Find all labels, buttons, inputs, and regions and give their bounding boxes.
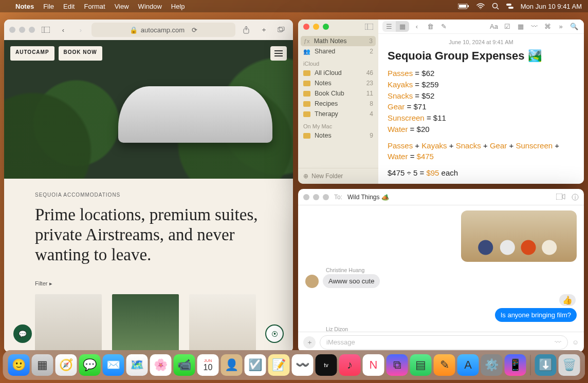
folder-notes[interactable]: Notes23 [298, 78, 378, 88]
dock-maps[interactable]: 🗺️ [126, 354, 148, 376]
compose-input[interactable]: iMessage 〰 [320, 335, 568, 350]
hamburger-menu[interactable] [270, 46, 287, 61]
close-button[interactable] [303, 194, 309, 200]
attach-button[interactable]: ＋ [303, 336, 316, 349]
view-mode-segmented[interactable]: ☰ ▦ [382, 21, 409, 32]
control-center-icon[interactable] [506, 3, 513, 9]
dock-messages[interactable]: 💬 [79, 354, 101, 376]
spotlight-icon[interactable] [492, 3, 499, 10]
dock-news[interactable]: N [363, 354, 384, 376]
dock-photos[interactable]: 🌸 [150, 354, 172, 376]
dock-tv[interactable]: tv [316, 354, 337, 376]
window-controls[interactable] [303, 24, 329, 30]
zoom-button[interactable] [323, 24, 329, 30]
tapback-reaction[interactable]: 👍 [559, 294, 576, 306]
tabs-overview-icon[interactable] [274, 23, 288, 36]
menu-edit[interactable]: Edit [63, 3, 75, 10]
dock-mail[interactable]: ✉️ [103, 354, 124, 376]
minimize-button[interactable] [313, 24, 319, 30]
zoom-button[interactable] [29, 27, 35, 33]
sidebar-toggle-icon[interactable] [365, 24, 373, 30]
message-bubble-out[interactable]: Is anyone bringing film? [495, 308, 577, 322]
zoom-button[interactable] [323, 194, 329, 200]
menu-view[interactable]: View [115, 3, 129, 10]
sidebar-toggle-icon[interactable] [39, 23, 52, 36]
dock-facetime[interactable]: 📹 [174, 354, 195, 376]
dock-settings[interactable]: ⚙️ [481, 354, 503, 376]
window-controls[interactable] [303, 194, 329, 200]
back-icon[interactable]: ‹ [411, 23, 422, 30]
dock-trash[interactable]: 🗑️ [559, 354, 580, 376]
new-note-icon[interactable]: ✎ [438, 23, 449, 30]
dock-finder[interactable]: 🙂 [8, 354, 30, 376]
dock-downloads[interactable]: ⬇️ [535, 354, 557, 376]
brand-logo[interactable]: AUTOCAMP [10, 46, 54, 61]
note-body[interactable]: June 10, 2024 at 9:41 AM Sequoia Group E… [378, 34, 584, 184]
menu-help[interactable]: Help [171, 3, 185, 10]
table-icon[interactable]: ▦ [515, 23, 526, 30]
minimize-button[interactable] [313, 194, 319, 200]
wifi-icon[interactable] [476, 3, 485, 9]
filter-button[interactable]: Filter ▸ [35, 280, 262, 287]
thumbnail[interactable] [112, 294, 179, 352]
avatar[interactable] [305, 275, 319, 288]
search-icon[interactable]: 🔍 [568, 23, 580, 30]
close-button[interactable] [9, 27, 15, 33]
folder-recipes[interactable]: Recipes8 [298, 99, 378, 109]
format-icon[interactable]: Aa [488, 23, 500, 30]
app-menu[interactable]: Notes [15, 3, 34, 10]
back-button[interactable]: ‹ [57, 23, 70, 36]
more-icon[interactable]: » [555, 23, 566, 30]
conversation-title[interactable]: Wild Things 🏕️ [347, 194, 389, 201]
folder-shared[interactable]: 👥 Shared 2 [298, 46, 378, 56]
close-button[interactable] [303, 24, 309, 30]
new-tab-icon[interactable]: ＋ [257, 23, 270, 36]
checklist-icon[interactable]: ☑ [502, 23, 513, 30]
photo-attachment[interactable] [461, 210, 577, 262]
list-view-icon[interactable]: ☰ [382, 21, 396, 32]
folder-book-club[interactable]: Book Club11 [298, 88, 378, 99]
menu-file[interactable]: File [43, 3, 54, 10]
link-note-icon[interactable]: ⌘ [542, 23, 553, 30]
trash-icon[interactable]: 🗑 [425, 23, 436, 30]
window-controls[interactable] [9, 27, 35, 33]
folder-all-icloud[interactable]: All iCloud46 [298, 68, 378, 78]
address-bar[interactable]: 🔒 autocamp.com ⟳ [91, 23, 235, 37]
clock[interactable]: Mon Jun 10 9:41 AM [521, 3, 582, 10]
info-icon[interactable]: i [572, 194, 579, 201]
audio-message-icon[interactable]: 〰 [555, 338, 561, 346]
dock-music[interactable]: ♪ [339, 354, 361, 376]
dock-pages[interactable]: ✎ [434, 354, 455, 376]
dock-iphone-mirroring[interactable]: 📱 [505, 354, 526, 376]
dock-contacts[interactable]: 👤 [221, 354, 243, 376]
thumbnail[interactable] [35, 294, 102, 352]
message-bubble[interactable]: Awww soo cute [323, 274, 380, 288]
dock-app-store[interactable]: A [457, 354, 479, 376]
dock-safari[interactable]: 🧭 [56, 354, 77, 376]
new-folder-button[interactable]: ⊕ New Folder [298, 168, 378, 184]
messages-thread[interactable]: Christine Huang Awww soo cute 👍 Is anyon… [298, 205, 584, 332]
folder-math-notes[interactable]: ƒx Math Notes 3 [301, 36, 376, 46]
dock-freeform[interactable]: 〰️ [292, 354, 314, 376]
minimize-button[interactable] [19, 27, 25, 33]
menu-window[interactable]: Window [138, 3, 162, 10]
accessibility-fab[interactable]: ⦿ [265, 324, 284, 343]
dock-launchpad[interactable]: ▦ [32, 354, 53, 376]
reload-icon[interactable]: ⟳ [192, 26, 197, 34]
chat-fab[interactable]: 💬 [13, 324, 32, 343]
folder-therapy[interactable]: Therapy4 [298, 109, 378, 119]
facetime-icon[interactable] [556, 194, 565, 201]
emoji-icon[interactable]: ☺ [572, 338, 579, 346]
folder-local-notes[interactable]: Notes9 [298, 130, 378, 141]
battery-icon[interactable] [458, 4, 469, 9]
forward-button[interactable]: › [74, 23, 87, 36]
dock-shortcuts[interactable]: ⧉ [387, 354, 408, 376]
menu-format[interactable]: Format [84, 3, 105, 10]
dock-reminders[interactable]: ☑️ [245, 354, 266, 376]
book-now-button[interactable]: BOOK NOW [59, 46, 102, 61]
dock-numbers[interactable]: ▤ [410, 354, 432, 376]
media-icon[interactable]: 〰 [528, 23, 540, 30]
thumbnail[interactable] [189, 294, 256, 352]
share-icon[interactable] [240, 23, 253, 36]
gallery-view-icon[interactable]: ▦ [396, 21, 409, 32]
